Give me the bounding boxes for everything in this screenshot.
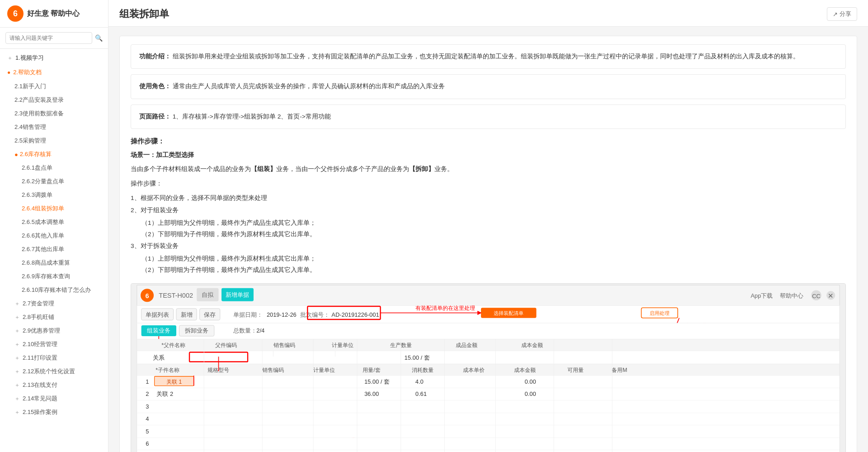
role-block: 使用角色： 通常由生产人员或库管人员完成拆装业务的操作，库管人员确认原材料的出库… bbox=[131, 74, 846, 99]
sidebar-sub-label: 2.6.3调拨单 bbox=[22, 191, 52, 199]
svg-text:销售编码: 销售编码 bbox=[273, 342, 295, 348]
sidebar-item-purchase[interactable]: 2.5采购管理 bbox=[0, 134, 108, 147]
screenshot-container: 6 TEST-H002 自拟 新增单据 App下载 帮助中心 CC bbox=[131, 283, 846, 452]
sidebar-item-stockerr[interactable]: 2.6.10库存账本错了怎么办 bbox=[0, 283, 108, 297]
sidebar-item-sales[interactable]: 2.4销售管理 bbox=[0, 120, 108, 134]
svg-text:有装配清单的在这里处理: 有装配清单的在这里处理 bbox=[415, 305, 475, 311]
sidebar-item-finance[interactable]: ＋ 2.7资金管理 bbox=[0, 297, 108, 310]
sidebar-item-stockcheck[interactable]: 2.6.9库存账本查询 bbox=[0, 270, 108, 283]
sidebar-item-costcalc[interactable]: 2.6.8商品成本重算 bbox=[0, 256, 108, 270]
svg-text:关联 1: 关联 1 bbox=[166, 379, 182, 385]
svg-text:*子件名称: *子件名称 bbox=[156, 367, 179, 373]
share-label: 分享 bbox=[840, 10, 851, 18]
plus-icon: ＋ bbox=[14, 395, 20, 403]
svg-text:总数量：: 总数量： bbox=[233, 327, 257, 334]
svg-text:父件编码: 父件编码 bbox=[215, 342, 237, 348]
sidebar-item-stocktake[interactable]: 2.6.1盘点单 bbox=[0, 161, 108, 175]
role-text: 通常由生产人员或库管人员完成拆装业务的操作，库管人员确认原材料的出库和产成品的入… bbox=[173, 83, 445, 90]
sidebar-sub-label: 2.5采购管理 bbox=[14, 137, 46, 145]
sidebar-item-otherin[interactable]: 2.6.6其他入库单 bbox=[0, 229, 108, 243]
main-content: 组装拆卸单 ↗ 分享 功能介绍： 组装拆卸单用来处理企业组装或拆卸等加工业务，支… bbox=[108, 0, 868, 452]
sidebar-sub-label: 2.6.10库存账本错了怎么办 bbox=[22, 286, 91, 294]
sidebar-item-assembly[interactable]: 2.6.4组装拆卸单 bbox=[0, 202, 108, 215]
plus-icon: ＋ bbox=[14, 314, 20, 321]
svg-rect-93 bbox=[137, 450, 840, 452]
svg-text:帮助中心: 帮助中心 bbox=[780, 292, 803, 299]
svg-text:✕: ✕ bbox=[828, 292, 834, 300]
svg-text:6: 6 bbox=[146, 440, 149, 447]
sidebar-item-coupon[interactable]: ＋ 2.9优惠券管理 bbox=[0, 324, 108, 338]
svg-text:2: 2 bbox=[146, 390, 149, 397]
search-input[interactable] bbox=[5, 32, 92, 44]
svg-text:15.00 / 套: 15.00 / 套 bbox=[405, 354, 430, 361]
sidebar-item-otherout[interactable]: 2.6.7其他出库单 bbox=[0, 243, 108, 256]
svg-rect-79 bbox=[137, 388, 840, 400]
sidebar-item-prepare[interactable]: 2.3使用前数据准备 bbox=[0, 107, 108, 120]
sidebar-sub-label: 2.6.4组装拆卸单 bbox=[22, 205, 64, 213]
svg-text:AD-20191226-001: AD-20191226-001 bbox=[331, 311, 379, 318]
step-list: 1、根据不同的业务，选择不同单据的类型来处理 2、对于组装业务 （1）上部明细为… bbox=[131, 192, 846, 276]
sidebar-sub-label: 2.6.2分量盘点单 bbox=[22, 177, 64, 186]
svg-text:自拟: 自拟 bbox=[202, 291, 214, 298]
sidebar-item-print[interactable]: ＋ 2.11打印设置 bbox=[0, 351, 108, 365]
svg-text:CC: CC bbox=[812, 293, 821, 300]
sidebar-item-faq[interactable]: ＋ 2.14常见问题 bbox=[0, 392, 108, 405]
sidebar-sub-label: 2.14常见问题 bbox=[23, 395, 57, 403]
sidebar-item-install[interactable]: 2.2产品安装及登录 bbox=[0, 93, 108, 107]
plus-icon: ＋ bbox=[14, 327, 20, 335]
step-1: 1、根据不同的业务，选择不同单据的类型来处理 bbox=[131, 192, 846, 204]
sidebar-item-payment[interactable]: ＋ 2.13在线支付 bbox=[0, 378, 108, 392]
sidebar-item-video[interactable]: ＋ 1.视频学习 bbox=[0, 51, 108, 65]
intro-block: 功能介绍： 组装拆卸单用来处理企业组装或拆卸等加工业务，支持有固定装配清单的产品… bbox=[131, 44, 846, 69]
sidebar-header: 6 好生意 帮助中心 bbox=[0, 0, 108, 28]
svg-text:拆卸业务: 拆卸业务 bbox=[184, 327, 208, 334]
svg-text:用量/套: 用量/套 bbox=[363, 367, 380, 373]
svg-rect-47 bbox=[137, 339, 840, 351]
main-header: 组装拆卸单 ↗ 分享 bbox=[108, 0, 868, 27]
plus-icon: ＋ bbox=[14, 341, 20, 348]
svg-text:关联 2: 关联 2 bbox=[156, 390, 173, 397]
sidebar-item-label: 1.视频学习 bbox=[15, 54, 44, 62]
share-button[interactable]: ↗ 分享 bbox=[827, 7, 857, 21]
screenshot-image: 6 TEST-H002 自拟 新增单据 App下载 帮助中心 CC bbox=[131, 284, 845, 452]
logo-icon: 6 bbox=[7, 5, 24, 22]
sidebar-item-mobile[interactable]: ＋ 2.8手机旺铺 bbox=[0, 310, 108, 324]
ops-title: 操作步骤： bbox=[131, 137, 846, 146]
path-text: 1、库存核算->库存管理->组装拆卸单 2、首页->常用功能 bbox=[173, 113, 331, 120]
sidebar-item-costadj[interactable]: 2.6.5成本调整单 bbox=[0, 215, 108, 229]
step-3: 3、对于拆装业务 bbox=[131, 240, 846, 252]
svg-text:成本单价: 成本单价 bbox=[463, 367, 485, 373]
sidebar-item-custom[interactable]: ＋ 2.12系统个性化设置 bbox=[0, 365, 108, 378]
sidebar-item-newbie[interactable]: 2.1新手入门 bbox=[0, 80, 108, 93]
page-title: 组装拆卸单 bbox=[119, 7, 169, 21]
intro-text: 组装拆卸单用来处理企业组装或拆卸等加工业务，支持有固定装配清单的产品加工业务，也… bbox=[173, 53, 799, 60]
sidebar-sub-label: 2.6.7其他出库单 bbox=[22, 245, 64, 253]
minus-icon: ● bbox=[14, 151, 18, 158]
search-box: 🔍 bbox=[0, 28, 108, 49]
svg-text:4.0: 4.0 bbox=[415, 378, 424, 385]
svg-text:计量单位: 计量单位 bbox=[332, 342, 354, 348]
sidebar-sub-label: 2.3使用前数据准备 bbox=[14, 109, 64, 118]
sidebar-item-ops[interactable]: ＋ 2.10经营管理 bbox=[0, 338, 108, 351]
svg-text:6: 6 bbox=[145, 292, 149, 300]
svg-rect-91 bbox=[137, 438, 840, 450]
sidebar-sub-label: 2.6.8商品成本重算 bbox=[22, 259, 70, 267]
sidebar-item-inventory[interactable]: ● 2.6库存核算 bbox=[0, 147, 108, 161]
svg-text:销售编码: 销售编码 bbox=[262, 367, 284, 373]
sidebar: 6 好生意 帮助中心 🔍 ＋ 1.视频学习 ● 2.帮助文档 2.1新手入门 2… bbox=[0, 0, 108, 452]
svg-text:组装业务: 组装业务 bbox=[147, 327, 170, 334]
search-icon[interactable]: 🔍 bbox=[95, 34, 103, 42]
sidebar-item-adjust[interactable]: 2.6.3调拨单 bbox=[0, 188, 108, 202]
sidebar-item-docs[interactable]: ● 2.帮助文档 bbox=[0, 65, 108, 80]
sidebar-sub-label: 2.10经营管理 bbox=[23, 340, 57, 348]
svg-text:批次编号：: 批次编号： bbox=[300, 311, 330, 318]
sidebar-item-cases[interactable]: ＋ 2.15操作案例 bbox=[0, 405, 108, 419]
svg-text:0.61: 0.61 bbox=[415, 390, 427, 397]
steps-label: 操作步骤： bbox=[131, 178, 846, 190]
svg-text:选择装配清单: 选择装配清单 bbox=[494, 310, 524, 316]
scene1-desc: 当由多个子件材料组装成一个成品的业务为【组装】业务，当由一个父件拆分成多个子产品… bbox=[131, 163, 846, 175]
sidebar-item-partialstock[interactable]: 2.6.2分量盘点单 bbox=[0, 175, 108, 188]
sidebar-sub-label: 2.6库存核算 bbox=[20, 150, 52, 158]
sidebar-sub-label: 2.7资金管理 bbox=[23, 300, 54, 308]
svg-text:15.00 / 套: 15.00 / 套 bbox=[364, 378, 390, 385]
